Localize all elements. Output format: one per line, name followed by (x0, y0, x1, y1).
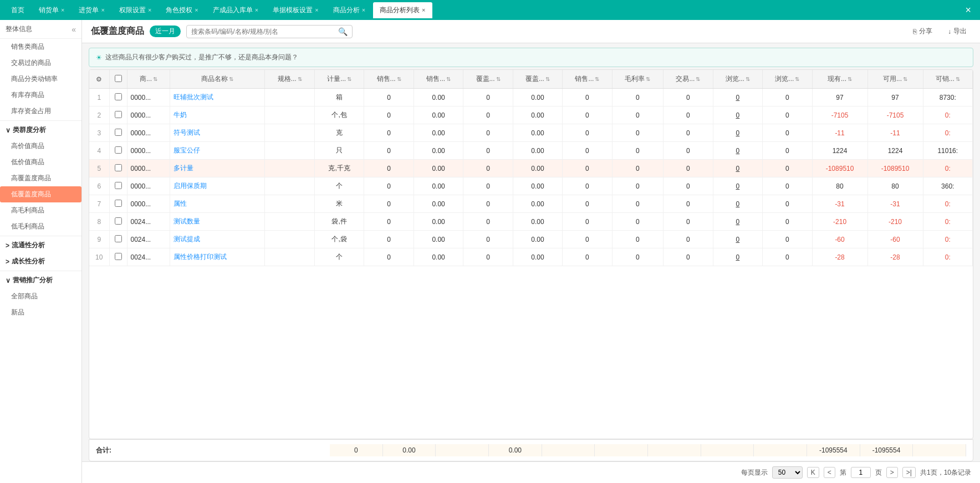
cell-checkbox[interactable] (109, 213, 127, 231)
cell-browse1[interactable]: 0 (713, 124, 762, 142)
cell-checkbox[interactable] (109, 177, 127, 195)
sidebar-item-sales-goods[interactable]: 销售类商品 (0, 39, 81, 55)
cell-browse1[interactable]: 0 (713, 142, 762, 160)
cell-name[interactable]: 测试提成 (170, 231, 265, 248)
sidebar-item-traded-goods[interactable]: 交易过的商品 (0, 55, 81, 71)
nav-close-sales[interactable]: × (61, 7, 64, 13)
nav-close-products[interactable]: × (255, 7, 258, 13)
cell-browse1[interactable]: 0 (713, 213, 762, 231)
sidebar-item-all-goods[interactable]: 全部商品 (0, 288, 81, 304)
cell-name[interactable]: 旺辅批次测试 (170, 89, 265, 106)
per-page-select[interactable]: 50 100 200 (772, 466, 803, 479)
nav-close-analysis[interactable]: × (362, 7, 365, 13)
next-page-button[interactable]: > (886, 467, 898, 478)
cell-checkbox[interactable] (109, 142, 127, 160)
th-name[interactable]: 商品名称⇅ (170, 70, 265, 89)
page-input[interactable] (851, 467, 871, 478)
nav-close-all[interactable]: × (961, 2, 976, 18)
cell-name[interactable]: 启用保质期 (170, 177, 265, 195)
th-spec[interactable]: 规格...⇅ (265, 70, 314, 89)
cell-name[interactable]: 测试数量 (170, 213, 265, 231)
th-browse1[interactable]: 浏览...⇅ (713, 70, 762, 89)
cell-name[interactable]: 属性 (170, 195, 265, 213)
cell-checkbox[interactable] (109, 106, 127, 124)
th-available[interactable]: 可用...⇅ (867, 70, 923, 89)
th-code[interactable]: 商...⇅ (127, 70, 170, 89)
th-settings[interactable]: ⚙ (89, 70, 109, 89)
cell-checkbox[interactable] (109, 160, 127, 177)
sidebar-item-high-margin[interactable]: 高毛利商品 (0, 202, 81, 218)
export-button[interactable]: ↓ 导出 (943, 24, 971, 38)
prev-page-button[interactable]: < (824, 467, 835, 478)
share-button[interactable]: ⎘ 分享 (908, 24, 937, 38)
cell-checkbox[interactable] (109, 89, 127, 106)
cell-name[interactable]: 服宝公仔 (170, 142, 265, 160)
search-input[interactable] (191, 28, 336, 35)
footer-browse2 (754, 444, 807, 456)
sidebar-item-low-coverage[interactable]: 低覆盖度商品 (0, 186, 81, 202)
cell-name[interactable]: 属性价格打印测试 (170, 248, 265, 266)
nav-close-roles[interactable]: × (195, 7, 198, 13)
th-sales-amount[interactable]: 销售...⇅ (414, 70, 463, 89)
th-unit[interactable]: 计量...⇅ (314, 70, 364, 89)
sidebar-section-group[interactable]: ∨ 类群度分析 (0, 122, 81, 138)
th-browse2[interactable]: 浏览...⇅ (763, 70, 812, 89)
last-page-button[interactable]: >| (902, 467, 916, 478)
nav-purchase[interactable]: 进货单 × (72, 2, 111, 18)
sidebar-section-marketing[interactable]: ∨ 营销推广分析 (0, 272, 81, 288)
cell-browse1[interactable]: 0 (713, 177, 762, 195)
search-icon[interactable]: 🔍 (338, 27, 348, 36)
sidebar-item-low-margin[interactable]: 低毛利商品 (0, 218, 81, 235)
nav-home[interactable]: 首页 (4, 2, 31, 18)
nav-products[interactable]: 产成品入库单 × (206, 2, 265, 18)
nav-close-permissions[interactable]: × (148, 7, 151, 13)
cell-checkbox[interactable] (109, 124, 127, 142)
nav-analysis-list[interactable]: 商品分析列表 × (373, 2, 432, 18)
sidebar-item-stock-capital[interactable]: 库存资金占用 (0, 103, 81, 119)
nav-close-analysis-list[interactable]: × (422, 7, 425, 13)
nav-permissions[interactable]: 权限设置 × (113, 2, 158, 18)
sidebar-header[interactable]: 整体信息 « (0, 20, 81, 39)
date-filter-badge[interactable]: 近一月 (150, 26, 181, 37)
cell-name[interactable]: 牛奶 (170, 106, 265, 124)
sidebar-item-high-coverage[interactable]: 高覆盖度商品 (0, 170, 81, 186)
cell-browse1[interactable]: 0 (713, 89, 762, 106)
cell-spec (265, 213, 314, 231)
sidebar-collapse-icon[interactable]: « (72, 25, 76, 34)
th-transaction[interactable]: 交易...⇅ (663, 70, 713, 89)
sidebar-section-flow[interactable]: > 流通性分析 (0, 237, 81, 253)
select-all-checkbox[interactable] (115, 75, 122, 82)
th-margin[interactable]: 毛利率⇅ (612, 70, 663, 89)
cell-browse1[interactable]: 0 (713, 231, 762, 248)
cell-checkbox[interactable] (109, 231, 127, 248)
nav-close-templates[interactable]: × (315, 7, 318, 13)
th-current[interactable]: 现有...⇅ (812, 70, 867, 89)
cell-browse1[interactable]: 0 (713, 195, 762, 213)
sidebar-section-growth[interactable]: > 成长性分析 (0, 253, 81, 270)
sidebar-item-stock-goods[interactable]: 有库存商品 (0, 87, 81, 103)
th-coverage1[interactable]: 覆盖...⇅ (463, 70, 513, 89)
cell-name[interactable]: 符号测试 (170, 124, 265, 142)
th-checkbox[interactable] (109, 70, 127, 89)
nav-sales[interactable]: 销货单 × (32, 2, 71, 18)
nav-roles[interactable]: 角色授权 × (159, 2, 205, 18)
footer-sales3 (542, 444, 595, 456)
cell-name[interactable]: 多计量 (170, 160, 265, 177)
cell-checkbox[interactable] (109, 195, 127, 213)
cell-checkbox[interactable] (109, 248, 127, 266)
th-sales3[interactable]: 销售...⇅ (563, 70, 612, 89)
th-sales-count[interactable]: 销售...⇅ (364, 70, 414, 89)
first-page-button[interactable]: K (807, 467, 819, 478)
sidebar-item-category-rate[interactable]: 商品分类动销率 (0, 71, 81, 87)
cell-browse1[interactable]: 0 (713, 106, 762, 124)
th-sellable[interactable]: 可销...⇅ (923, 70, 973, 89)
cell-browse1[interactable]: 0 (713, 160, 762, 177)
nav-close-purchase[interactable]: × (101, 7, 104, 13)
sidebar-item-low-value[interactable]: 低价值商品 (0, 154, 81, 170)
sidebar-item-new-goods[interactable]: 新品 (0, 304, 81, 321)
th-coverage2[interactable]: 覆盖...⇅ (513, 70, 562, 89)
nav-templates[interactable]: 单据模板设置 × (266, 2, 325, 18)
cell-browse1[interactable]: 0 (713, 248, 762, 266)
nav-analysis[interactable]: 商品分析 × (326, 2, 372, 18)
sidebar-item-high-value[interactable]: 高价值商品 (0, 138, 81, 154)
